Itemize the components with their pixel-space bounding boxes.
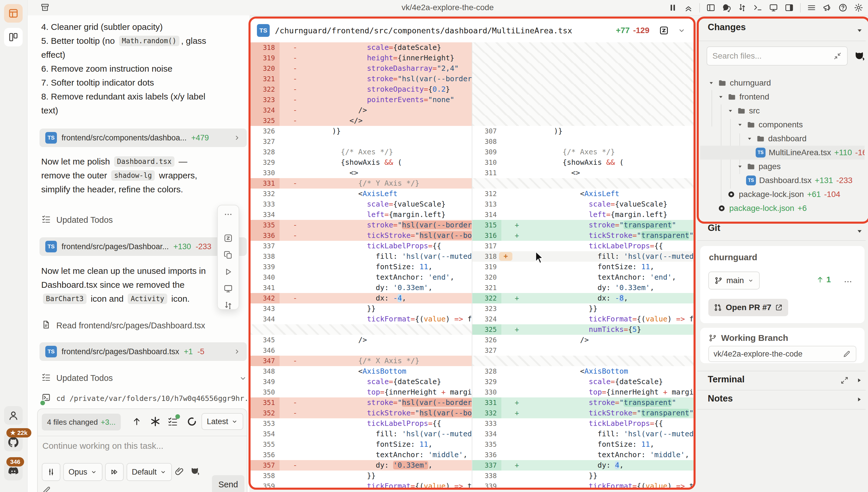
diff-row-old-322[interactable]: 322 strokeOpacity={0.2}- <box>251 84 472 95</box>
swap-icon[interactable] <box>737 3 747 13</box>
tree-file-package-lock.json[interactable]: package-lock.json+61-104 <box>700 188 865 201</box>
rail-button-github[interactable]: ★ 22k <box>4 433 23 451</box>
diff-row-new-309[interactable]: 309 {/* Axes */} <box>472 147 694 157</box>
diff-row-old-321[interactable]: 321 stroke="hsl(var(--border))"- <box>251 74 472 84</box>
tree-file-MultiLineArea.tsx[interactable]: TSMultiLineArea.tsx+110-162 <box>700 146 865 159</box>
diff-row-old-347[interactable]: 347 {/* X Axis */}- <box>251 356 472 366</box>
add-comment-button[interactable]: + <box>499 252 512 261</box>
diff-row-new-314[interactable]: 314 left={margin.left} <box>472 210 694 220</box>
diff-row-new-318[interactable]: 318 fill: 'hsl(var(--muted-foreground))'… <box>472 251 694 262</box>
pencil-icon[interactable] <box>842 349 851 358</box>
diff-row-old-333[interactable]: 333 scale={valueScale} <box>251 199 472 210</box>
fast-forward-button[interactable] <box>105 463 124 481</box>
diff-row-new-315[interactable]: 315 stroke="transparent"+ <box>472 220 694 230</box>
diff-row-new-310[interactable]: 310 {showAxis && ( <box>472 157 694 168</box>
diff-row-new-335[interactable]: 335 fontSize: 11, <box>472 439 694 450</box>
diff-row-old-323[interactable]: 323 pointerEvents="none"- <box>251 95 472 105</box>
files-changed-chip[interactable]: 4 files changed+3... <box>42 414 121 430</box>
menu-icon[interactable] <box>807 3 816 13</box>
diff-row-old-357[interactable]: 357 dy: '0.33em',- <box>251 460 472 470</box>
diff-row-new-332[interactable]: 332 tickStroke="transparent"+ <box>472 408 694 418</box>
arrow-up-icon[interactable] <box>131 416 142 427</box>
panel-left-icon[interactable] <box>706 3 715 13</box>
tree-file-Dashboard.tsx[interactable]: TSDashboard.tsx+131-233 <box>700 173 865 188</box>
diff-view-icon[interactable] <box>223 233 233 243</box>
tree-folder-frontend[interactable]: frontend <box>700 90 865 104</box>
branch-select-button[interactable]: main <box>708 272 760 290</box>
file-change-chip[interactable]: TSfrontend/src/components/dashboa...+479 <box>40 128 247 147</box>
diff-row-new-327[interactable]: 327 <box>472 345 694 356</box>
diff-row-old-330[interactable]: 330 <> <box>251 168 472 178</box>
todo-update-row[interactable]: Updated Todos <box>41 214 247 226</box>
chevron-down-icon[interactable] <box>677 26 686 35</box>
rail-button-person[interactable] <box>4 406 23 425</box>
mode-select-button[interactable]: Default <box>126 463 172 481</box>
pen-icon[interactable] <box>41 485 52 492</box>
composer-placeholder[interactable]: Continue working on this task... <box>42 441 163 451</box>
diff-row-old-320[interactable]: 320 strokeDasharray="2,4"- <box>251 63 472 74</box>
diff-row-new-326[interactable]: 326 /> <box>472 335 694 345</box>
diff-row-old-355[interactable]: 355 fontSize: 11, <box>251 439 472 450</box>
diff-row-old-351[interactable]: 351 stroke="hsl(var(--border))"- <box>251 397 472 408</box>
diff-row-old-340[interactable]: 340 textAnchor: 'end', <box>251 272 472 282</box>
rail-button-discord[interactable]: 346 <box>4 462 23 481</box>
diff-row-old-337[interactable]: 337 tickLabelProps={{ <box>251 241 472 251</box>
diff-row-new-328[interactable]: 328 <AxisBottom <box>472 366 694 376</box>
diff-row-old-352[interactable]: 352 tickStroke="hsl(var(--border))"- <box>251 408 472 418</box>
file-change-chip[interactable]: TSfrontend/src/pages/Dashboard.tsx+1-5 <box>40 342 247 361</box>
push-ahead-indicator[interactable]: 1 <box>816 275 831 284</box>
tree-file-package-lock.json[interactable]: package-lock.json+6 <box>700 201 865 215</box>
more-options-icon[interactable] <box>843 277 853 287</box>
tool-call-row[interactable]: Read frontend/src/pages/Dashboard.tsx <box>41 320 247 331</box>
diff-row-old-331[interactable]: 331 {/* Y Axis */}- <box>251 178 472 189</box>
monitor-icon[interactable] <box>769 3 778 13</box>
diff-row-old-318[interactable]: 318 scale={dateScale}- <box>251 42 472 53</box>
diff-row-old-341[interactable]: 341 dy: '0.33em', <box>251 282 472 293</box>
send-button[interactable]: Send <box>212 475 244 492</box>
monitor-icon[interactable] <box>223 284 233 294</box>
tree-folder-pages[interactable]: pages <box>700 159 865 173</box>
diff-row-new-316[interactable]: 316 tickStroke="transparent"+ <box>472 230 694 241</box>
diff-row-old-334[interactable]: 334 left={margin.left} <box>251 210 472 220</box>
diff-row-new-311[interactable]: 311 <> <box>472 168 694 178</box>
tool-call-row[interactable]: cd /private/var/folders/10/h7w0q46556ggr… <box>41 393 247 404</box>
diff-row-new-331[interactable]: 331 stroke="transparent"+ <box>472 397 694 408</box>
diff-row-new-308[interactable]: 308 <box>472 136 694 147</box>
tree-folder-components[interactable]: components <box>700 118 865 132</box>
diff-row-new-322[interactable]: 322 dx: -8,+ <box>472 293 694 303</box>
diff-row-old-344[interactable]: 344 tickFormat={(value) => f <box>251 314 472 324</box>
megaphone-icon[interactable] <box>822 3 832 13</box>
diff-row-new-339[interactable]: 339 tickFormat={(value) => t <box>472 481 694 488</box>
rail-button-layout[interactable] <box>4 4 23 23</box>
file-search-input[interactable]: Search files... <box>707 46 848 66</box>
gear-icon[interactable] <box>854 3 863 13</box>
diff-row-new-312[interactable]: 312 <AxisLeft <box>472 189 694 199</box>
diff-row-old-359[interactable]: 359 tickFormat={(value) => t <box>251 481 472 488</box>
cat-icon[interactable] <box>853 50 866 63</box>
diff-row-old-335[interactable]: 335 stroke="hsl(var(--border))"- <box>251 220 472 230</box>
tree-folder-dashboard[interactable]: dashboard <box>700 132 865 146</box>
diff-row-old-325[interactable]: 325 </>- <box>251 116 472 126</box>
diff-row-old-319[interactable]: 319 height={innerHeight}- <box>251 53 472 63</box>
chevron-down-icon[interactable] <box>239 374 247 383</box>
paperclip-icon[interactable] <box>174 466 185 477</box>
diff-row-old-343[interactable]: 343 }} <box>251 303 472 314</box>
diff-row-new-333[interactable]: 333 tickLabelProps={{ <box>472 418 694 429</box>
expand-icon[interactable] <box>840 376 849 385</box>
tree-folder-churnguard[interactable]: churnguard <box>700 76 865 90</box>
diff-row-new-317[interactable]: 317 tickLabelProps={{ <box>472 241 694 251</box>
triangle-right-icon[interactable] <box>855 376 863 384</box>
diff-row-old-339[interactable]: 339 fontSize: 11, <box>251 262 472 272</box>
pause-icon[interactable] <box>668 3 678 13</box>
diff-row-new-337[interactable]: 337 dy: 4,+ <box>472 460 694 470</box>
spark-icon[interactable] <box>150 416 161 427</box>
diff-row-new-329[interactable]: 329 scale={dateScale} <box>472 376 694 387</box>
diff-row-old-329[interactable]: 329 {showAxis && ( <box>251 157 472 168</box>
diff-row-old-356[interactable]: 356 textAnchor: 'middle', <box>251 450 472 460</box>
diff-row-new-336[interactable]: 336 textAnchor: 'middle', <box>472 450 694 460</box>
chat-icon[interactable] <box>722 3 731 13</box>
diff-row-old-349[interactable]: 349 scale={dateScale} <box>251 376 472 387</box>
diff-row-new-307[interactable]: 307 )} <box>472 126 694 136</box>
panel-right-icon[interactable] <box>784 3 794 13</box>
changes-collapse-caret-icon[interactable] <box>855 26 864 35</box>
